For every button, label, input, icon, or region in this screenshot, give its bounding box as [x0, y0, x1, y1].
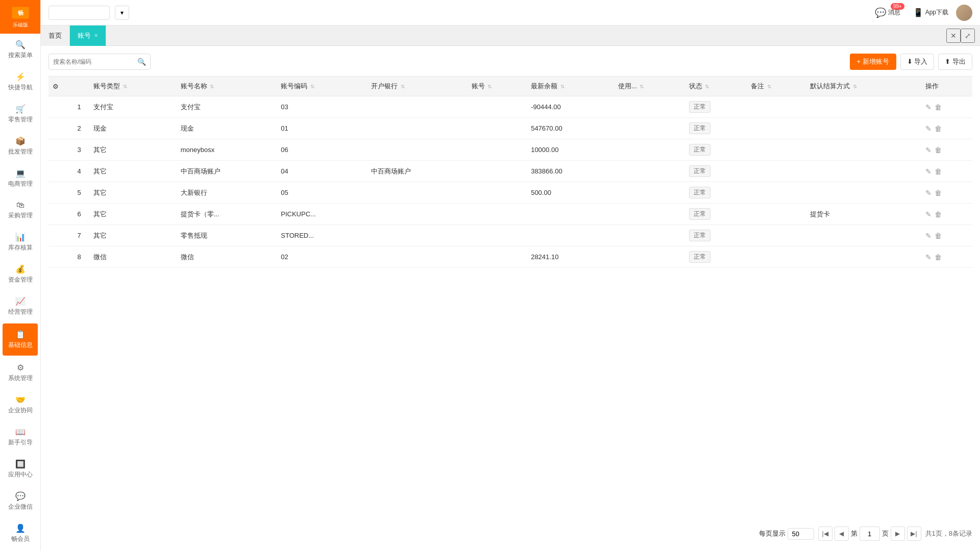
delete-button-2[interactable]: 🗑 — [935, 146, 942, 154]
row-bank-5 — [367, 204, 468, 225]
top-search-input[interactable] — [48, 6, 110, 20]
sidebar-item-nav-label: 快捷导航 — [8, 83, 33, 92]
dropdown-button[interactable]: ▾ — [115, 6, 129, 20]
sidebar-item-basic[interactable]: 📋 基础信息 — [3, 323, 38, 356]
col-code-header[interactable]: 账号编码 ⇅ — [277, 77, 367, 96]
app-download-button[interactable]: 📱 App下载 — [913, 8, 948, 17]
row-balance-1: 547670.00 — [527, 118, 614, 139]
col-usage-header[interactable]: 使用... ⇅ — [614, 77, 685, 96]
expand-window-button[interactable]: ⤢ — [961, 29, 975, 43]
sort-status-icon: ⇅ — [705, 84, 709, 89]
col-bank-header[interactable]: 开户银行 ⇅ — [367, 77, 468, 96]
delete-button-5[interactable]: 🗑 — [935, 210, 942, 218]
delete-button-0[interactable]: 🗑 — [935, 103, 942, 111]
message-icon: 💬 — [875, 7, 886, 18]
sidebar-item-wechat[interactable]: 💬 企业微信 — [0, 485, 40, 517]
row-settle-6 — [806, 225, 921, 246]
row-num-7: 8 — [69, 246, 89, 268]
sidebar-item-member[interactable]: 👤 畅会员 — [0, 517, 40, 549]
sidebar-item-retail[interactable]: 🛒 零售管理 — [0, 98, 40, 130]
edit-button-4[interactable]: ✎ — [925, 189, 932, 197]
tab-account-close-icon[interactable]: ✕ — [94, 33, 98, 38]
delete-button-4[interactable]: 🗑 — [935, 189, 942, 197]
sidebar-item-collab[interactable]: 🤝 企业协同 — [0, 389, 40, 421]
message-button[interactable]: 💬 99+ 消息 — [875, 7, 900, 18]
sidebar-item-system[interactable]: ⚙ 系统管理 — [0, 357, 40, 389]
delete-button-3[interactable]: 🗑 — [935, 167, 942, 176]
row-status-4: 正常 — [685, 182, 747, 204]
row-action-2: ✎ 🗑 — [921, 139, 972, 161]
delete-button-6[interactable]: 🗑 — [935, 232, 942, 240]
import-button[interactable]: ⬇ 导入 — [900, 54, 935, 70]
page-number-input[interactable] — [860, 527, 880, 541]
sidebar-item-nav[interactable]: ⚡ 快捷导航 — [0, 66, 40, 98]
top-bar: ▾ 💬 99+ 消息 📱 App下载 — [41, 0, 980, 26]
col-settle-header[interactable]: 默认结算方式 ⇅ — [806, 77, 921, 96]
edit-button-2[interactable]: ✎ — [925, 146, 932, 154]
edit-button-0[interactable]: ✎ — [925, 103, 932, 111]
page-navigation: |◀ ◀ 第 页 ▶ ▶| — [818, 527, 921, 541]
col-balance-header[interactable]: 最新余额 ⇅ — [527, 77, 614, 96]
sort-type-icon: ⇅ — [123, 84, 127, 89]
add-account-button[interactable]: + 新增账号 — [850, 54, 896, 70]
edit-button-7[interactable]: ✎ — [925, 253, 932, 261]
col-type-header[interactable]: 账号类型 ⇅ — [89, 77, 177, 96]
row-status-2: 正常 — [685, 139, 747, 161]
sidebar-item-ecommerce[interactable]: 💻 电商管理 — [0, 162, 40, 194]
sidebar-item-purchase[interactable]: 🛍 采购管理 — [0, 194, 40, 226]
next-page-button[interactable]: ▶ — [891, 527, 905, 541]
sidebar-item-apps[interactable]: 🔲 应用中心 — [0, 453, 40, 485]
row-bank-6 — [367, 225, 468, 246]
row-action-5: ✎ 🗑 — [921, 204, 972, 225]
row-type-1: 现金 — [89, 118, 177, 139]
sidebar-item-wholesale[interactable]: 📦 批发管理 — [0, 130, 40, 162]
row-num-0: 1 — [69, 96, 89, 118]
nav-icon: ⚡ — [15, 72, 26, 82]
col-account-header[interactable]: 账号 ⇅ — [468, 77, 527, 96]
row-remark-5 — [747, 204, 806, 225]
row-type-3: 其它 — [89, 161, 177, 182]
first-page-button[interactable]: |◀ — [818, 527, 832, 541]
sidebar-item-finance[interactable]: 💰 资金管理 — [0, 258, 40, 290]
sidebar-item-guide[interactable]: 📖 新手引导 — [0, 421, 40, 453]
sidebar-item-purchase-label: 采购管理 — [8, 211, 33, 220]
page-size-select[interactable]: 50 100 200 — [788, 528, 814, 540]
prev-page-button[interactable]: ◀ — [835, 527, 849, 541]
sidebar-item-inventory[interactable]: 📊 库存核算 — [0, 226, 40, 258]
tab-account[interactable]: 账号 ✕ — [70, 26, 106, 46]
table-row: 7 其它 零售抵现 STORED... 正常 ✎ 🗑 — [48, 225, 972, 246]
col-name-header[interactable]: 账号名称 ⇅ — [177, 77, 277, 96]
col-status-header[interactable]: 状态 ⇅ — [685, 77, 747, 96]
row-status-3: 正常 — [685, 161, 747, 182]
row-type-6: 其它 — [89, 225, 177, 246]
tab-home[interactable]: 首页 — [41, 26, 70, 46]
export-button[interactable]: ⬆ 导出 — [938, 54, 972, 70]
close-window-button[interactable]: ✕ — [946, 29, 961, 43]
col-remark-header[interactable]: 备注 ⇅ — [747, 77, 806, 96]
sidebar-item-member-label: 畅会员 — [11, 535, 30, 543]
delete-button-1[interactable]: 🗑 — [935, 124, 942, 133]
search-box: 🔍 — [48, 54, 151, 70]
gear-header-icon[interactable]: ⚙ — [53, 83, 59, 90]
row-num-4: 5 — [69, 182, 89, 204]
edit-button-3[interactable]: ✎ — [925, 167, 932, 176]
row-settle-3 — [806, 161, 921, 182]
edit-button-5[interactable]: ✎ — [925, 210, 932, 218]
row-gear-1 — [48, 118, 69, 139]
row-remark-7 — [747, 246, 806, 268]
search-input[interactable] — [53, 58, 137, 65]
edit-button-1[interactable]: ✎ — [925, 124, 932, 133]
sidebar-item-search[interactable]: 🔍 搜索菜单 — [0, 34, 40, 66]
logo-text: 乐磁版 — [13, 21, 28, 29]
edit-button-6[interactable]: ✎ — [925, 232, 932, 240]
last-page-button[interactable]: ▶| — [907, 527, 921, 541]
sidebar-item-system-label: 系统管理 — [8, 374, 33, 383]
delete-button-7[interactable]: 🗑 — [935, 253, 942, 261]
row-action-1: ✎ 🗑 — [921, 118, 972, 139]
avatar[interactable] — [956, 5, 972, 21]
row-bank-1 — [367, 118, 468, 139]
retail-icon: 🛒 — [15, 104, 26, 114]
row-code-3: 04 — [277, 161, 367, 182]
sidebar-item-operation[interactable]: 📈 经营管理 — [0, 290, 40, 322]
search-icon[interactable]: 🔍 — [137, 58, 146, 66]
